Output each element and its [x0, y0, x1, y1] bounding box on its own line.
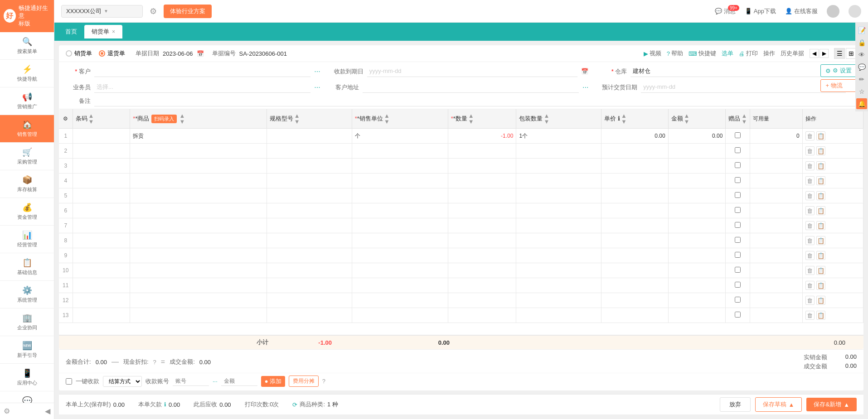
- print-action[interactable]: 🖨打印: [739, 49, 758, 58]
- sidebar-item-wechat[interactable]: 💬企业微信: [0, 391, 54, 403]
- expected-delivery-value[interactable]: yyyy-mm-dd: [641, 82, 846, 93]
- copy-icon-1[interactable]: 📋: [816, 131, 825, 140]
- sidebar-item-quick-nav[interactable]: ⚡快捷导航: [0, 60, 54, 87]
- customer-dots-icon[interactable]: ···: [314, 67, 320, 76]
- cell-spec-13[interactable]: [267, 308, 352, 323]
- cell-unit-4[interactable]: [352, 173, 448, 188]
- copy-icon-13[interactable]: 📋: [816, 311, 825, 320]
- cell-unit-1[interactable]: 个: [352, 129, 448, 144]
- cell-barcode-5[interactable]: [73, 188, 130, 203]
- delete-icon-8[interactable]: 🗑: [805, 236, 815, 245]
- cell-unit-9[interactable]: [352, 248, 448, 263]
- cell-qty-2[interactable]: [448, 144, 516, 159]
- expense-split-button[interactable]: 费用分摊: [289, 376, 319, 387]
- cell-spec-5[interactable]: [267, 188, 352, 203]
- sidebar-item-search[interactable]: 🔍搜索菜单: [0, 32, 54, 60]
- cell-unit-5[interactable]: [352, 188, 448, 203]
- avatar-2[interactable]: [849, 5, 861, 18]
- remark-value[interactable]: [94, 96, 857, 106]
- calendar-icon[interactable]: 📅: [197, 50, 204, 57]
- cell-price-8[interactable]: [601, 233, 668, 248]
- help-action[interactable]: ?帮助: [667, 49, 683, 58]
- cell-qty-4[interactable]: [448, 173, 516, 188]
- cell-barcode-10[interactable]: [73, 263, 130, 278]
- cell-gift-4[interactable]: [726, 173, 750, 188]
- cell-spec-11[interactable]: [267, 278, 352, 293]
- copy-icon-3[interactable]: 📋: [816, 161, 825, 170]
- cell-product-6[interactable]: [130, 203, 267, 218]
- addr-dots-icon[interactable]: ···: [582, 83, 588, 92]
- delete-icon-9[interactable]: 🗑: [805, 251, 815, 260]
- tool-edit-icon[interactable]: ✏: [856, 74, 867, 85]
- cell-barcode-7[interactable]: [73, 218, 130, 233]
- salesman-value[interactable]: 选择...: [94, 82, 310, 93]
- help-discount-icon[interactable]: ?: [153, 359, 156, 366]
- select-action[interactable]: 选单: [722, 49, 733, 58]
- cell-amount-12[interactable]: [668, 293, 726, 308]
- cell-qty-12[interactable]: [448, 293, 516, 308]
- salesman-dots-icon[interactable]: ···: [314, 83, 320, 92]
- customer-value[interactable]: [94, 66, 310, 77]
- cell-gift-5[interactable]: [726, 188, 750, 203]
- avatar[interactable]: [827, 5, 839, 18]
- copy-icon-6[interactable]: 📋: [816, 206, 825, 215]
- cell-amount-9[interactable]: [668, 248, 726, 263]
- sidebar-item-inventory[interactable]: 📦库存核算: [0, 170, 54, 198]
- cell-spec-7[interactable]: [267, 218, 352, 233]
- cell-pkg-6[interactable]: [516, 203, 601, 218]
- settings-icon[interactable]: ⚙: [150, 6, 157, 16]
- cell-product-4[interactable]: [130, 173, 267, 188]
- delete-icon-12[interactable]: 🗑: [805, 296, 815, 305]
- cell-pkg-7[interactable]: [516, 218, 601, 233]
- cell-amount-10[interactable]: [668, 263, 726, 278]
- one-click-pay-checkbox[interactable]: [66, 378, 72, 385]
- cell-unit-11[interactable]: [352, 278, 448, 293]
- cell-amount-11[interactable]: [668, 278, 726, 293]
- cell-qty-13[interactable]: [448, 308, 516, 323]
- cell-product-5[interactable]: [130, 188, 267, 203]
- cell-price-7[interactable]: [601, 218, 668, 233]
- delete-icon-1[interactable]: 🗑: [805, 131, 815, 140]
- messages-button[interactable]: 💬 消息 99+: [715, 7, 736, 15]
- cell-unit-2[interactable]: [352, 144, 448, 159]
- cell-qty-6[interactable]: [448, 203, 516, 218]
- cell-pkg-3[interactable]: [516, 159, 601, 173]
- app-download-button[interactable]: 📱 App下载: [745, 7, 776, 15]
- operate-action[interactable]: 操作: [763, 49, 775, 58]
- cell-barcode-2[interactable]: [73, 144, 130, 159]
- online-support-button[interactable]: 👤 在线客服: [785, 7, 818, 15]
- cell-amount-1[interactable]: 0.00: [668, 129, 726, 144]
- sidebar-item-operation[interactable]: 📊经营管理: [0, 226, 54, 253]
- cell-spec-6[interactable]: [267, 203, 352, 218]
- delete-icon-11[interactable]: 🗑: [805, 281, 815, 290]
- warehouse-value[interactable]: 建材仓: [630, 66, 847, 77]
- settings-float-btn[interactable]: ⚙ ⚙ 设置: [820, 64, 857, 77]
- cell-qty-3[interactable]: [448, 159, 516, 173]
- cell-unit-3[interactable]: [352, 159, 448, 173]
- cell-pkg-5[interactable]: [516, 188, 601, 203]
- shortcut-action[interactable]: ⌨快捷键: [689, 49, 716, 58]
- cell-amount-6[interactable]: [668, 203, 726, 218]
- sidebar-item-enterprise[interactable]: 🏢企业协同: [0, 308, 54, 336]
- customer-addr-value[interactable]: [363, 82, 579, 93]
- cell-price-2[interactable]: [601, 144, 668, 159]
- cell-unit-10[interactable]: [352, 263, 448, 278]
- cell-qty-10[interactable]: [448, 263, 516, 278]
- amount-dots-icon[interactable]: ···: [213, 378, 218, 385]
- sidebar-item-appstore[interactable]: 📱应用中心: [0, 364, 54, 391]
- tab-sales-order[interactable]: 销货单 ×: [84, 25, 122, 39]
- cell-spec-9[interactable]: [267, 248, 352, 263]
- expense-help-icon[interactable]: ?: [322, 378, 325, 385]
- tool-note-icon[interactable]: 📝: [856, 25, 867, 36]
- cell-barcode-11[interactable]: [73, 278, 130, 293]
- cell-gift-11[interactable]: [726, 278, 750, 293]
- cell-qty-5[interactable]: [448, 188, 516, 203]
- cell-qty-1[interactable]: -1.00: [448, 129, 516, 144]
- list-view-btn[interactable]: ☰: [834, 48, 845, 59]
- cell-qty-7[interactable]: [448, 218, 516, 233]
- tab-close-icon[interactable]: ×: [112, 29, 115, 35]
- tool-lock-icon[interactable]: 🔒: [856, 37, 867, 48]
- history-action[interactable]: 历史单据: [781, 49, 804, 58]
- calc-method-select[interactable]: 结算方式: [103, 376, 142, 387]
- tool-star-icon[interactable]: ☆: [856, 86, 867, 97]
